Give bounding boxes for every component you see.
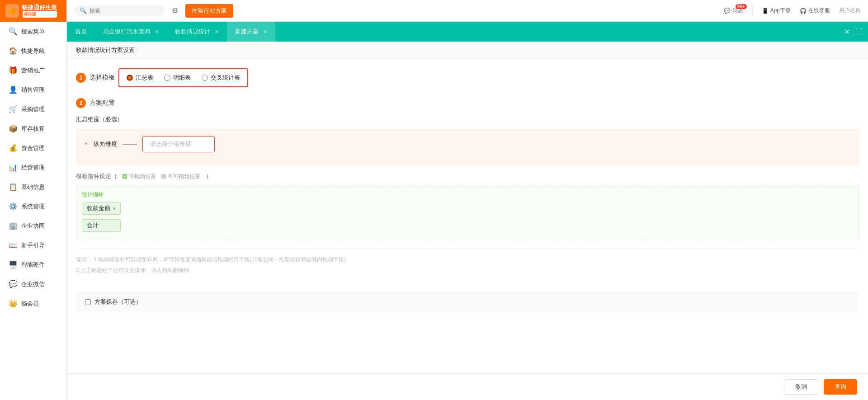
content-area: 收款情况统计方案设置 1 选择模板 汇总表 bbox=[67, 42, 868, 373]
message-icon: 💬 bbox=[724, 8, 731, 14]
sidebar-item-wechat[interactable]: 💬 企业微信 bbox=[0, 274, 66, 294]
sidebar-item-operation[interactable]: 📊 经营管理 bbox=[0, 158, 66, 177]
download-icon: 📱 bbox=[762, 8, 769, 14]
query-button[interactable]: 查询 bbox=[824, 379, 857, 395]
search-menu-icon: 🔍 bbox=[9, 27, 17, 36]
movable-dot bbox=[123, 174, 127, 179]
step1-title: 选择模板 bbox=[90, 74, 115, 82]
sidebar-item-search-menu[interactable]: 🔍 搜索菜单 bbox=[0, 22, 66, 41]
nav-right-controls: ✕ ⛶ bbox=[844, 28, 868, 36]
dimension-area: * 纵向维度 —— 请选择分组维度 bbox=[76, 129, 859, 165]
footer-bar: 取消 查询 bbox=[67, 373, 868, 400]
sidebar-item-purchase[interactable]: 🛒 采购管理 bbox=[0, 99, 66, 119]
indicator-subtag-total: 合计 bbox=[82, 219, 121, 232]
dimension-select[interactable]: 请选择分组维度 bbox=[142, 136, 215, 152]
sidebar-item-system[interactable]: ⚙️ 系统管理 bbox=[0, 197, 66, 216]
sidebar-item-hardware[interactable]: 🖥️ 智能硬件 bbox=[0, 255, 66, 274]
search-input[interactable] bbox=[90, 8, 153, 14]
main-area: 🔍 ⚙ 体验行业方案 💬 消息 99+ 📱 App下载 🎧 在线客服 用户名称 bbox=[67, 0, 868, 400]
nav-expand-icon[interactable]: ⛶ bbox=[855, 28, 863, 36]
step1-header: 1 选择模板 汇总表 明细表 bbox=[76, 68, 859, 87]
sidebar-item-label: 快捷导航 bbox=[21, 47, 45, 55]
radio-cross-input[interactable] bbox=[202, 75, 208, 81]
sidebar-item-label: 系统管理 bbox=[21, 202, 45, 211]
chevron-down-icon: ▾ bbox=[113, 206, 116, 212]
sidebar-item-sales[interactable]: 👤 销售管理 bbox=[0, 80, 66, 99]
divider bbox=[752, 6, 753, 15]
sidebar-item-member[interactable]: 👑 畅会员 bbox=[0, 294, 66, 313]
tab-home[interactable]: 首页 bbox=[67, 22, 95, 42]
sidebar-item-inventory[interactable]: 📦 库存核算 bbox=[0, 119, 66, 138]
indicator-group-label: 统计指标 bbox=[82, 191, 853, 198]
step2-circle: 2 bbox=[76, 98, 86, 108]
radio-detail[interactable]: 明细表 bbox=[164, 74, 191, 82]
radio-summary-input[interactable] bbox=[127, 75, 133, 81]
search-box[interactable]: 🔍 bbox=[74, 5, 165, 16]
sidebar-item-enterprise[interactable]: 🏢 企业协同 bbox=[0, 216, 66, 235]
gear-icon[interactable]: ⚙ bbox=[172, 6, 178, 15]
member-icon: 👑 bbox=[9, 299, 17, 308]
service-label: 在线客服 bbox=[808, 7, 830, 14]
save-option: 方案保存（可选） bbox=[76, 292, 859, 311]
page-panel: 收款情况统计方案设置 1 选择模板 汇总表 bbox=[67, 42, 868, 373]
tips-line1: 提示： 1.拖动标题栏可以调整布局，不可跨维度或指标区域拖动栏目字段(只能在同一… bbox=[76, 254, 859, 265]
sidebar-logo: 🔶 畅捷通好生意 标准版 bbox=[0, 0, 66, 22]
cancel-button[interactable]: 取消 bbox=[784, 379, 818, 395]
tab-receipt-stats[interactable]: 收款情况统计 ✕ bbox=[167, 22, 227, 42]
sales-icon: 👤 bbox=[9, 85, 17, 94]
sidebar-item-basic[interactable]: 📋 基础信息 bbox=[0, 177, 66, 197]
page-content: 1 选择模板 汇总表 明细表 bbox=[67, 59, 868, 373]
indicator-settings: 模板指标设定（ 可拖动位置 不可拖动位置 ） bbox=[76, 172, 859, 239]
nav-close-icon[interactable]: ✕ bbox=[844, 28, 850, 36]
sidebar-item-label: 营销推广 bbox=[21, 66, 45, 75]
indicator-tag-amount[interactable]: 收款金额 ▾ bbox=[82, 202, 121, 215]
service-button[interactable]: 🎧 在线客服 bbox=[800, 7, 830, 14]
radio-detail-input[interactable] bbox=[164, 75, 170, 81]
tips-line2: 2.点击标题栏下拉可设置排序、插入列和删除列 bbox=[76, 265, 859, 276]
nav-tabs: 首页 现金银行流水查询 ✕ 收款情况统计 ✕ 新建方案 ✕ ✕ ⛶ bbox=[67, 22, 868, 42]
sidebar-item-label: 企业微信 bbox=[21, 280, 45, 288]
tab-new-plan[interactable]: 新建方案 ✕ bbox=[227, 22, 275, 42]
industry-button[interactable]: 体验行业方案 bbox=[185, 4, 233, 18]
close-cash-flow-icon[interactable]: ✕ bbox=[155, 29, 159, 35]
inventory-icon: 📦 bbox=[9, 124, 17, 133]
enterprise-icon: 🏢 bbox=[9, 221, 17, 230]
sidebar-item-label: 销售管理 bbox=[21, 86, 45, 94]
sidebar-item-finance[interactable]: 💰 资金管理 bbox=[0, 138, 66, 158]
sidebar-item-quick-nav[interactable]: 🏠 快捷导航 bbox=[0, 41, 66, 61]
tab-cash-flow[interactable]: 现金银行流水查询 ✕ bbox=[95, 22, 167, 42]
sidebar-item-guide[interactable]: 📖 新手引导 bbox=[0, 235, 66, 255]
purchase-icon: 🛒 bbox=[9, 105, 17, 113]
logo-text: 畅捷通好生意 bbox=[22, 4, 57, 11]
step2-section: 2 方案配置 汇总维度（必选） * 纵向维度 —— 请选择分组维度 bbox=[76, 98, 859, 281]
quick-nav-icon: 🏠 bbox=[9, 47, 17, 55]
indicator-label: 模板指标设定（ 可拖动位置 不可拖动位置 ） bbox=[76, 172, 859, 180]
guide-icon: 📖 bbox=[9, 241, 17, 249]
page-header: 收款情况统计方案设置 bbox=[67, 42, 868, 59]
step2-title: 方案配置 bbox=[90, 99, 115, 107]
tips-section: 提示： 1.拖动标题栏可以调整布局，不可跨维度或指标区域拖动栏目字段(只能在同一… bbox=[76, 248, 859, 281]
hardware-icon: 🖥️ bbox=[9, 260, 17, 269]
radio-summary[interactable]: 汇总表 bbox=[127, 74, 153, 82]
radio-cross[interactable]: 交叉统计表 bbox=[202, 74, 240, 82]
sidebar-item-marketing[interactable]: 🎁 营销推广 bbox=[0, 61, 66, 80]
sidebar-item-label: 搜索菜单 bbox=[21, 28, 45, 36]
save-checkbox[interactable] bbox=[85, 299, 91, 305]
wechat-icon: 💬 bbox=[9, 280, 17, 288]
sidebar-item-label: 新手引导 bbox=[21, 241, 45, 249]
notifications-button[interactable]: 💬 消息 99+ bbox=[724, 7, 743, 14]
indicator-content: 统计指标 收款金额 ▾ 合计 bbox=[76, 185, 859, 239]
save-label[interactable]: 方案保存（可选） bbox=[94, 298, 142, 306]
template-options-box: 汇总表 明细表 交叉统计表 bbox=[118, 68, 248, 87]
step1-section: 1 选择模板 汇总表 明细表 bbox=[76, 68, 859, 87]
sidebar-item-label: 畅会员 bbox=[21, 300, 39, 308]
download-button[interactable]: 📱 App下载 bbox=[762, 7, 791, 14]
vertical-dimension-label: 纵向维度 bbox=[94, 140, 117, 148]
legend-fixed: 不可拖动位置 bbox=[161, 173, 200, 180]
sidebar-item-label: 资金管理 bbox=[21, 144, 45, 152]
logo-badge: 标准版 bbox=[23, 11, 57, 18]
sidebar-item-label: 智能硬件 bbox=[21, 261, 45, 269]
close-new-plan-icon[interactable]: ✕ bbox=[263, 29, 267, 35]
close-receipt-stats-icon[interactable]: ✕ bbox=[215, 29, 219, 35]
step1-circle: 1 bbox=[76, 73, 86, 83]
